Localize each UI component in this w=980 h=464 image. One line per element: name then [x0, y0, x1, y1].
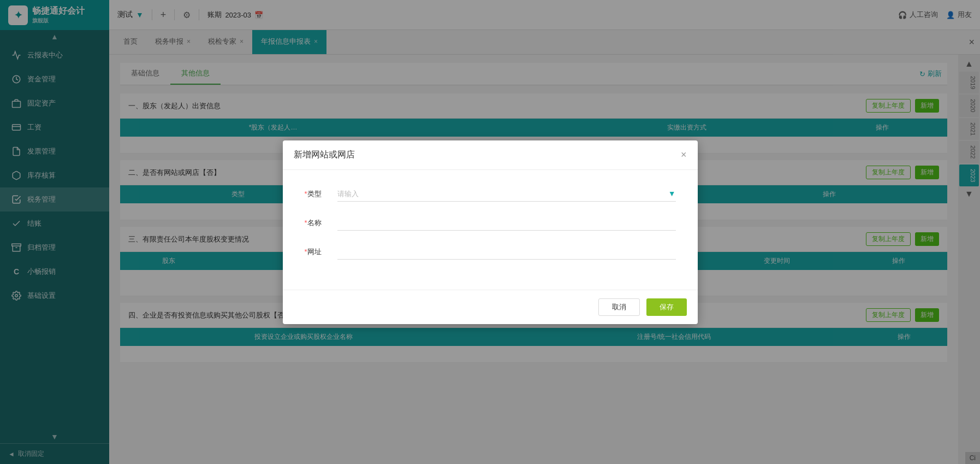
form-row-name: *名称 [305, 215, 676, 231]
dialog-title: 新增网站或网店 [294, 149, 355, 161]
dialog-close-button[interactable]: × [681, 149, 687, 161]
url-input[interactable] [337, 244, 676, 259]
url-input-wrap [337, 244, 676, 260]
cancel-button[interactable]: 取消 [598, 298, 640, 316]
url-label: *网址 [305, 247, 337, 257]
type-input[interactable] [337, 186, 668, 201]
dialog-body: *类型 ▼ *名称 *网址 [283, 170, 698, 290]
type-dropdown-arrow[interactable]: ▼ [668, 189, 676, 198]
add-website-dialog: 新增网站或网店 × *类型 ▼ *名称 [283, 140, 698, 324]
dialog-header: 新增网站或网店 × [283, 140, 698, 170]
name-label: *名称 [305, 218, 337, 228]
dialog-footer: 取消 保存 [283, 290, 698, 324]
type-label: *类型 [305, 189, 337, 199]
type-input-wrap: ▼ [337, 186, 676, 202]
save-button[interactable]: 保存 [646, 298, 687, 316]
form-row-type: *类型 ▼ [305, 186, 676, 202]
name-input[interactable] [337, 215, 676, 230]
name-input-wrap [337, 215, 676, 231]
form-row-url: *网址 [305, 244, 676, 260]
dialog-overlay: 新增网站或网店 × *类型 ▼ *名称 [0, 0, 980, 464]
